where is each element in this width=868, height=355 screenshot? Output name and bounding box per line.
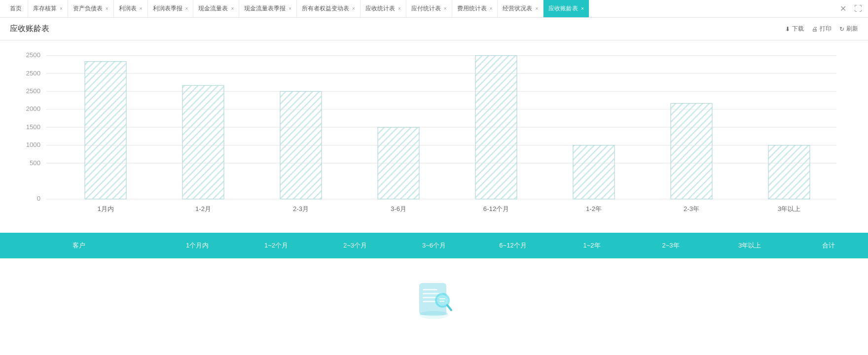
tab-inventory-label: 库存核算 [33,4,57,13]
tab-profit-close[interactable]: × [140,6,143,11]
col-header-2-3m: 2~3个月 [316,241,395,250]
svg-text:2500: 2500 [26,51,40,59]
table-header: 客户 1个月内 1~2个月 2~3个月 3~6个月 6~12个月 1~2年 2~… [0,233,868,258]
tab-profit-label: 利润表 [119,4,137,13]
header-actions: ⬇ 下载 🖨 打印 ↻ 刷新 [785,25,858,33]
col-header-1-2y: 1~2年 [552,241,631,250]
refresh-button[interactable]: ↻ 刷新 [839,25,858,33]
tab-balance[interactable]: 资产负债表 × [68,0,114,18]
svg-text:1500: 1500 [26,123,40,131]
empty-illustration [407,273,461,322]
svg-line-33 [447,305,451,310]
tab-bar: 首页 库存核算 × 资产负债表 × 利润表 × 利润表季报 × 现金流量表 × … [0,0,868,18]
page-header: 应收账龄表 ⬇ 下载 🖨 打印 ↻ 刷新 [0,18,868,40]
tab-inventory[interactable]: 库存核算 × [28,0,68,18]
col-header-1-2m: 1~2个月 [237,241,316,250]
svg-text:3年以上: 3年以上 [778,205,800,213]
svg-text:2000: 2000 [26,105,40,112]
tab-payable-stat-label: 应付统计表 [411,4,441,13]
tab-payable-stat[interactable]: 应付统计表 × [406,0,452,18]
bar-7 [671,104,712,199]
download-button[interactable]: ⬇ 下载 [785,25,804,33]
empty-state [407,268,461,322]
tab-payable-stat-close[interactable]: × [444,6,447,11]
download-icon: ⬇ [785,26,790,33]
svg-text:2500: 2500 [26,87,40,95]
refresh-icon: ↻ [839,26,844,33]
print-button[interactable]: 🖨 打印 [812,25,832,33]
tab-aging-close[interactable]: × [581,6,584,11]
svg-text:1-2年: 1-2年 [586,205,602,213]
tab-cashflow-quarter[interactable]: 现金流量表季报 × [239,0,297,18]
tab-home[interactable]: 首页 [4,0,28,18]
tab-equity[interactable]: 所有者权益变动表 × [297,0,361,18]
svg-text:6-12个月: 6-12个月 [483,205,509,213]
svg-text:3-6月: 3-6月 [391,205,406,213]
print-icon: 🖨 [812,26,818,33]
col-header-total: 合计 [789,241,868,250]
tab-operation-close[interactable]: × [535,6,538,11]
col-header-3-6m: 3~6个月 [395,241,473,250]
tab-cashflow[interactable]: 现金流量表 × [193,0,239,18]
col-header-1m: 1个月内 [158,241,237,250]
bar-1 [85,62,126,199]
tab-balance-close[interactable]: × [106,6,108,11]
svg-text:2-3月: 2-3月 [293,205,309,213]
col-header-2-3y: 2~3年 [631,241,710,250]
svg-point-32 [437,295,448,306]
svg-text:2-3年: 2-3年 [684,205,699,213]
tab-receivable-stat[interactable]: 应收统计表 × [361,0,406,18]
bar-8 [768,145,810,199]
tab-equity-close[interactable]: × [352,6,355,11]
tab-cashflow-quarter-label: 现金流量表季报 [244,4,286,13]
col-header-6-12m: 6~12个月 [473,241,552,250]
main-content: 2500 2500 2500 2000 1500 1000 500 0 [0,40,868,355]
col-header-customer: 客户 [0,241,158,250]
svg-rect-27 [423,289,437,290]
refresh-label: 刷新 [846,25,858,33]
tab-equity-label: 所有者权益变动表 [302,4,349,13]
svg-text:1000: 1000 [26,141,40,148]
svg-text:1月内: 1月内 [97,205,113,213]
download-label: 下载 [792,25,804,33]
tab-receivable-stat-close[interactable]: × [398,6,401,11]
col-header-3y-plus: 3年以上 [710,241,789,250]
tab-profit[interactable]: 利润表 × [114,0,148,18]
tab-aging-label: 应收账龄表 [548,4,578,13]
svg-point-36 [420,311,448,316]
svg-rect-30 [423,301,436,302]
tab-cashflow-quarter-close[interactable]: × [289,6,291,11]
tab-operation[interactable]: 经营状况表 × [498,0,543,18]
bar-5 [475,56,517,199]
tab-profit-quarter[interactable]: 利润表季报 × [148,0,194,18]
chart-area: 2500 2500 2500 2000 1500 1000 500 0 [0,40,868,233]
print-label: 打印 [820,25,832,33]
svg-text:500: 500 [30,159,40,167]
bar-4 [378,127,419,199]
tab-receivable-stat-label: 应收统计表 [365,4,395,13]
tab-expense-stat[interactable]: 费用统计表 × [452,0,498,18]
tab-profit-quarter-close[interactable]: × [185,6,188,11]
tab-cashflow-close[interactable]: × [231,6,234,11]
tab-expense-stat-close[interactable]: × [490,6,493,11]
table-body [0,258,868,355]
tab-profit-quarter-label: 利润表季报 [153,4,182,13]
svg-text:2500: 2500 [26,70,40,77]
tab-cashflow-label: 现金流量表 [198,4,228,13]
page-title: 应收账龄表 [10,24,49,34]
tab-bar-right: ✕ ⛶ [838,4,864,13]
bar-2 [182,85,224,199]
svg-text:1-2月: 1-2月 [195,205,211,213]
tab-balance-label: 资产负债表 [73,4,103,13]
window-maximize-icon[interactable]: ⛶ [852,4,864,13]
tab-inventory-close[interactable]: × [60,6,63,11]
tab-expense-stat-label: 费用统计表 [457,4,487,13]
bar-6 [573,145,615,199]
tab-aging[interactable]: 应收账龄表 × [543,0,589,18]
window-close-icon[interactable]: ✕ [838,4,848,13]
bar-3 [280,91,322,199]
svg-text:0: 0 [37,195,40,202]
tab-operation-label: 经营状况表 [503,4,532,13]
bar-chart-svg: 2500 2500 2500 2000 1500 1000 500 0 [20,48,848,228]
